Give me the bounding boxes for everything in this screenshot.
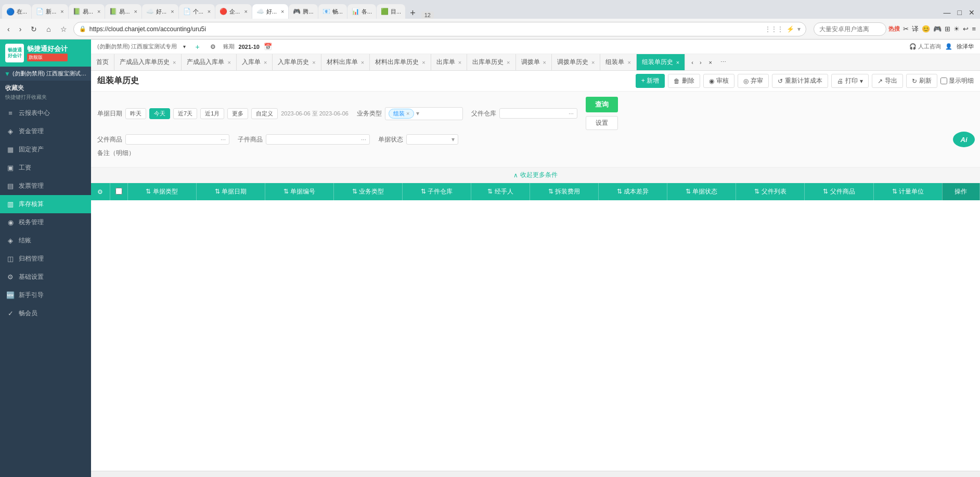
cut-icon[interactable]: ✂ — [903, 25, 909, 33]
date-btn-yesterday[interactable]: 昨天 — [125, 108, 146, 119]
date-btn-more[interactable]: 更多 — [227, 108, 248, 119]
bill-status-input[interactable]: ▾ — [406, 134, 458, 145]
tab-close-4[interactable]: × — [134, 8, 137, 15]
sidebar-company[interactable]: ▼ (勿删勿禁用) 江西服宝测试专用 — [0, 67, 91, 81]
business-type-input[interactable]: 组装 × ▾ — [385, 107, 463, 120]
tab-close-material-out[interactable]: × — [361, 59, 364, 66]
abandon-button[interactable]: ◎ 弃审 — [738, 74, 769, 88]
tab-transfer[interactable]: 调拨单 × — [516, 54, 552, 71]
date-btn-7days[interactable]: 近7天 — [173, 108, 197, 119]
col-checkbox[interactable] — [110, 183, 127, 200]
grid-icon[interactable]: ⊞ — [945, 25, 950, 33]
company-dropdown[interactable]: ▾ — [181, 43, 188, 50]
sidebar-item-archive[interactable]: ◫ 归档管理 — [0, 250, 91, 268]
add-account-btn[interactable]: + — [192, 41, 202, 53]
tab-assemble-history[interactable]: 组装单历史 × — [637, 54, 685, 71]
browser-tab-2[interactable]: 📄 新... × — [32, 4, 68, 19]
new-tab-button[interactable]: + — [406, 8, 420, 19]
browser-tab-5[interactable]: ☁️ 好... × — [142, 4, 178, 19]
parent-warehouse-dots[interactable]: ··· — [569, 110, 574, 117]
col-business-type[interactable]: ⇅ 业务类型 — [333, 183, 402, 200]
tab-material-out[interactable]: 材料出库单 × — [321, 54, 370, 71]
ai-button[interactable]: Ai — [953, 132, 975, 147]
select-all-checkbox[interactable] — [115, 188, 122, 195]
refresh-button[interactable]: ↻ 刷新 — [906, 74, 937, 88]
tab-close-in[interactable]: × — [264, 59, 267, 66]
print-dropdown-icon[interactable]: ▾ — [860, 78, 863, 85]
sidebar-item-guide[interactable]: 🆕 新手引导 — [0, 286, 91, 304]
col-bill-status[interactable]: ⇅ 单据状态 — [667, 183, 736, 200]
tab-close-3[interactable]: × — [97, 8, 100, 15]
add-button[interactable]: + 新增 — [636, 74, 665, 88]
tab-close-produce-in-history[interactable]: × — [173, 59, 176, 66]
tab-produce-in-history[interactable]: 产成品入库单历史 × — [114, 54, 182, 71]
tab-close-8[interactable]: × — [281, 8, 284, 15]
tab-close-assemble-history[interactable]: × — [676, 59, 679, 66]
parent-warehouse-input[interactable]: ··· — [499, 108, 577, 119]
back-button[interactable]: ‹ — [4, 23, 13, 35]
address-bar[interactable]: 🔒 https://cloud.chanjet.com/accounting/u… — [73, 22, 807, 36]
sidebar-item-tax[interactable]: ◉ 税务管理 — [0, 213, 91, 231]
tab-in[interactable]: 入库单 × — [237, 54, 273, 71]
date-btn-custom[interactable]: 自定义 — [251, 108, 278, 119]
undo-icon[interactable]: ↩ — [963, 25, 969, 33]
forward-button[interactable]: › — [16, 23, 25, 35]
game-icon[interactable]: 🎮 — [933, 25, 942, 33]
tab-out-history[interactable]: 出库单历史 × — [467, 54, 515, 71]
sidebar-item-fixed-assets[interactable]: ▦ 固定资产 — [0, 140, 91, 159]
calendar-icon[interactable]: 📅 — [264, 43, 272, 50]
col-bill-no[interactable]: ⇅ 单据编号 — [265, 183, 333, 200]
sidebar-item-settings[interactable]: ⚙ 基础设置 — [0, 268, 91, 286]
browser-tab-1[interactable]: 🔵 在... — [2, 4, 31, 19]
sidebar-item-salary[interactable]: ▣ 工资 — [0, 159, 91, 177]
tab-produce-in[interactable]: 产成品入库单 × — [182, 54, 236, 71]
tab-transfer-history[interactable]: 调拨单历史 × — [552, 54, 600, 71]
maximize-button[interactable]: □ — [955, 6, 965, 19]
bill-status-dropdown[interactable]: ▾ — [452, 136, 455, 143]
recalc-button[interactable]: ↺ 重新计算成本 — [772, 74, 828, 88]
col-bill-type[interactable]: ⇅ 单据类型 — [127, 183, 196, 200]
col-child-warehouse[interactable]: ⇅ 子件仓库 — [403, 183, 471, 200]
tab-more-btn[interactable]: ⋯ — [717, 57, 729, 68]
home-button[interactable]: ⌂ — [43, 23, 54, 35]
browser-tab-9[interactable]: 🎮 腾... — [289, 4, 317, 19]
tab-material-out-history[interactable]: 材料出库单历史 × — [370, 54, 431, 71]
setting-button[interactable]: 设置 — [586, 116, 618, 130]
date-btn-1month[interactable]: 近1月 — [200, 108, 224, 119]
tab-close-transfer-history[interactable]: × — [591, 59, 595, 66]
tab-next-btn[interactable]: › — [698, 59, 704, 66]
date-btn-today[interactable]: 今天 — [149, 108, 170, 119]
close-window-button[interactable]: ✕ — [965, 6, 978, 19]
print-button[interactable]: 🖨 打印 ▾ — [831, 74, 869, 88]
show-detail-checkbox[interactable]: 显示明细 — [940, 76, 974, 85]
col-unit[interactable]: ⇅ 计量单位 — [873, 183, 942, 200]
tab-close-5[interactable]: × — [171, 8, 174, 15]
tab-close-out-history[interactable]: × — [507, 59, 510, 66]
sidebar-item-member[interactable]: ✓ 畅会员 — [0, 304, 91, 323]
audit-button[interactable]: ◉ 审核 — [703, 74, 734, 88]
sidebar-item-fund[interactable]: ◈ 资金管理 — [0, 122, 91, 140]
browser-tab-12[interactable]: 🟩 目... — [377, 4, 405, 19]
tab-close-transfer[interactable]: × — [543, 59, 546, 66]
tab-close-7[interactable]: × — [244, 8, 247, 15]
tab-in-history[interactable]: 入库单历史 × — [273, 54, 321, 71]
tab-close-assemble[interactable]: × — [627, 59, 630, 66]
browser-tab-10[interactable]: 📧 畅... — [318, 4, 347, 19]
tab-close-produce-in[interactable]: × — [227, 59, 230, 66]
tab-close-6[interactable]: × — [208, 8, 211, 15]
col-cost-diff[interactable]: ⇅ 成本差异 — [599, 183, 667, 200]
parent-goods-input[interactable]: ··· — [125, 134, 229, 145]
show-detail-input[interactable] — [940, 78, 947, 84]
browser-tab-11[interactable]: 📊 各... — [347, 4, 376, 19]
sidebar-item-settle[interactable]: ◈ 结账 — [0, 231, 91, 250]
sun-icon[interactable]: ☀ — [953, 25, 960, 33]
browser-tab-7[interactable]: 🔴 企... × — [215, 4, 252, 19]
browser-search-input[interactable] — [814, 22, 886, 36]
query-button[interactable]: 查询 — [586, 97, 618, 112]
tab-close-current-btn[interactable]: × — [706, 57, 715, 68]
menu-icon[interactable]: ≡ — [972, 25, 976, 33]
sidebar-item-cloud-report[interactable]: ≡ 云报表中心 — [0, 104, 91, 122]
collapse-bar[interactable]: ∧ 收起更多条件 — [91, 167, 980, 183]
translate-icon[interactable]: 译 — [912, 24, 919, 34]
sidebar-item-inventory[interactable]: ▥ 库存核算 — [0, 195, 91, 213]
